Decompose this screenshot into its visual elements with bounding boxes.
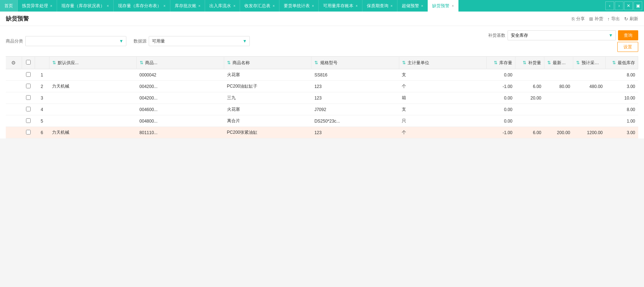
row-check-cell (22, 69, 35, 81)
row-checkbox[interactable] (26, 95, 31, 100)
nav-tab-abnormal[interactable]: 拣货异常处理 × (18, 0, 57, 12)
th-code[interactable]: ⇅ 商品... (136, 57, 224, 69)
nav-tab-close-order-stat[interactable]: × (312, 4, 314, 8)
row-no-cell: 4 (35, 104, 49, 115)
datasource-select[interactable]: 可用量 库存量 (149, 36, 250, 46)
nav-tab-inout-flow[interactable]: 出入库流水 × (205, 0, 240, 12)
row-spec-cell: DS250*23c... (312, 115, 399, 127)
row-price-cell (544, 69, 573, 81)
row-estimate-cell (573, 69, 606, 81)
table-row: 3 004200... 三九 123 箱 0.00 20.00 10.00 (6, 92, 638, 104)
row-supplier-cell (49, 115, 136, 127)
share-button[interactable]: ⎘ 分享 (572, 16, 585, 22)
th-name[interactable]: ⇅ 商品名称 (224, 57, 312, 69)
table-row: 6 力天机械 801110... PC200张紧油缸 123 个 -1.00 6… (6, 127, 638, 138)
filter-bar: 商品分类 ▼ 数据源 可用量 库存量 ▼ 补货基数 (0, 26, 644, 56)
category-label: 商品分类 (6, 38, 23, 44)
row-checkbox[interactable] (26, 130, 31, 134)
th-unit[interactable]: ⇅ 主计量单位 (399, 57, 486, 69)
row-checkbox[interactable] (26, 107, 31, 111)
row-supplier-cell: 力天机械 (49, 127, 136, 138)
nav-tab-overstock[interactable]: 超储预警 × (397, 0, 428, 12)
th-stock[interactable]: ⇅ 库存量 (487, 57, 515, 69)
column-settings-icon[interactable]: ⚙ (10, 59, 17, 66)
row-code-cell: 0000042 (136, 69, 224, 81)
category-select[interactable] (25, 36, 126, 46)
nav-tab-close-receive-summary[interactable]: × (273, 4, 275, 8)
row-checkbox[interactable] (26, 84, 31, 88)
nav-tab-shortage[interactable]: 缺货预警 × (428, 0, 458, 12)
refresh-button[interactable]: ↻ 刷新 (624, 16, 638, 22)
nav-tab-close-overstock[interactable]: × (421, 4, 423, 8)
refresh-icon: ↻ (624, 16, 628, 22)
nav-next-button[interactable]: › (615, 1, 623, 10)
nav-tab-close-stock-status[interactable]: × (107, 4, 109, 8)
settings-button[interactable]: 设置 (617, 42, 638, 52)
nav-tab-close-inout-flow[interactable]: × (233, 4, 235, 8)
base-select[interactable]: 安全库存 最低库存 (508, 30, 616, 40)
row-replenish-cell: 6.00 (515, 81, 544, 92)
row-unit-cell: 个 (399, 81, 486, 92)
row-check-cell (22, 127, 35, 138)
th-code-label: 商品... (145, 60, 157, 65)
row-unit-cell: 个 (399, 127, 486, 138)
nav-tab-close-available-ledger[interactable]: × (356, 4, 358, 8)
row-stock-cell: -1.00 (487, 127, 515, 138)
minstock-sort-icon: ⇅ (612, 60, 616, 65)
row-settings-cell (6, 127, 22, 138)
row-spec-cell: 123 (312, 127, 399, 138)
page-content: 缺货预警 ⎘ 分享 ⊞ 补货 ↑ 导出 ↻ 刷新 商品分类 (0, 12, 644, 138)
price-sort-icon: ⇅ (547, 60, 551, 65)
th-supplier[interactable]: ⇅ 默认供应... (49, 57, 136, 69)
nav-tab-close-abnormal[interactable]: × (50, 4, 52, 8)
nav-tab-home[interactable]: 首页 (0, 0, 18, 12)
row-name-cell: 三九 (224, 92, 312, 104)
row-replenish-cell: 20.00 (515, 92, 544, 104)
query-button[interactable]: 查询 (618, 30, 638, 40)
row-minstock-cell: 10.00 (606, 92, 638, 104)
export-button[interactable]: ↑ 导出 (608, 16, 620, 22)
row-checkbox[interactable] (26, 118, 31, 123)
row-checkbox[interactable] (26, 72, 31, 77)
row-supplier-cell (49, 104, 136, 115)
nav-tab-close-stock-dist[interactable]: × (164, 4, 166, 8)
nav-tab-stock-dist[interactable]: 现存量（库存分布表） × (114, 0, 170, 12)
row-stock-cell: 0.00 (487, 104, 515, 115)
row-estimate-cell (573, 104, 606, 115)
nav-tab-available-ledger[interactable]: 可用量库存账本 × (319, 0, 362, 12)
nav-fullscreen-button[interactable]: ▣ (634, 1, 642, 10)
nav-tab-stock-status[interactable]: 现存量（库存状况表） × (57, 0, 114, 12)
nav-tab-receive-summary[interactable]: 收发存汇总表 × (240, 0, 279, 12)
row-name-cell: PC200油缸缸子 (224, 81, 312, 92)
nav-tab-close-expiry[interactable]: × (391, 4, 393, 8)
row-replenish-cell (515, 69, 544, 81)
th-supplier-label: 默认供应... (58, 60, 79, 65)
row-code-cell: 801110... (136, 127, 224, 138)
nav-tab-close-batch[interactable]: × (199, 4, 201, 8)
table-row: 5 004800... 离合片 DS250*23c... 只 0.00 1.00 (6, 115, 638, 127)
th-spec[interactable]: ⇅ 规格型号 (312, 57, 399, 69)
share-label: 分享 (576, 16, 585, 22)
select-all-checkbox[interactable] (26, 60, 31, 65)
row-settings-cell (6, 104, 22, 115)
replenish-button[interactable]: ⊞ 补货 (589, 16, 603, 22)
row-spec-cell: 123 (312, 92, 399, 104)
row-settings-cell (6, 115, 22, 127)
nav-tab-batch[interactable]: 库存批次账 × (170, 0, 205, 12)
row-estimate-cell: 1200.00 (573, 127, 606, 138)
th-price[interactable]: ⇅ 最新进价 (544, 57, 573, 69)
th-settings: ⚙ (6, 57, 22, 69)
nav-prev-button[interactable]: ‹ (605, 1, 614, 10)
nav-tab-expiry[interactable]: 保质期查询 × (362, 0, 397, 12)
nav-tab-order-stat[interactable]: 要货单统计表 × (279, 0, 319, 12)
row-no-cell: 1 (35, 69, 49, 81)
th-minstock[interactable]: ⇅ 最低库存 (606, 57, 638, 69)
row-settings-cell (6, 92, 22, 104)
row-unit-cell: 支 (399, 69, 486, 81)
row-no-cell: 3 (35, 92, 49, 104)
row-estimate-cell (573, 92, 606, 104)
nav-tab-close-shortage[interactable]: × (452, 4, 454, 8)
th-estimate[interactable]: ⇅ 预计采购... (573, 57, 606, 69)
th-replenish[interactable]: ⇅ 补货量 (515, 57, 544, 69)
nav-close-button[interactable]: ✕ (624, 1, 633, 10)
